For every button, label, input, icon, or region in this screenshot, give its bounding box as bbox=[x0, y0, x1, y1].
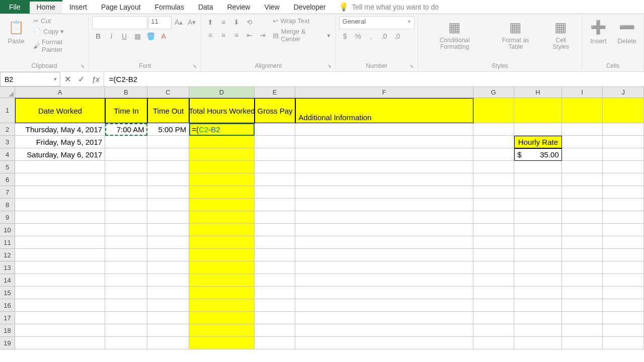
cell[interactable] bbox=[189, 211, 254, 224]
increase-decimal-icon[interactable]: .0 bbox=[378, 30, 390, 42]
bold-button[interactable]: B bbox=[92, 30, 104, 42]
cell[interactable] bbox=[15, 261, 105, 274]
cell[interactable] bbox=[473, 136, 515, 148]
cell[interactable] bbox=[15, 337, 105, 349]
cell[interactable] bbox=[189, 299, 254, 312]
format-as-table-button[interactable]: ▦Format as Table bbox=[491, 16, 541, 52]
cell[interactable] bbox=[473, 287, 515, 299]
cell[interactable] bbox=[15, 236, 105, 249]
cell[interactable] bbox=[514, 123, 562, 136]
cell[interactable] bbox=[514, 299, 562, 312]
cell[interactable] bbox=[255, 123, 296, 136]
cell[interactable] bbox=[603, 199, 644, 211]
cell[interactable] bbox=[295, 287, 473, 299]
cell[interactable] bbox=[603, 274, 644, 287]
cell[interactable] bbox=[562, 249, 603, 261]
align-right-icon[interactable]: ≡ bbox=[230, 29, 243, 41]
cell[interactable] bbox=[603, 148, 644, 161]
cell[interactable] bbox=[15, 199, 105, 211]
select-all-corner[interactable] bbox=[0, 87, 15, 98]
row-header-7[interactable]: 7 bbox=[0, 186, 15, 199]
cell[interactable] bbox=[473, 98, 515, 123]
cell[interactable] bbox=[603, 173, 644, 186]
cell[interactable] bbox=[562, 224, 603, 236]
tab-page-layout[interactable]: Page Layout bbox=[94, 0, 148, 14]
col-header-h[interactable]: H bbox=[514, 87, 562, 98]
decrease-font-icon[interactable]: A▾ bbox=[186, 16, 198, 28]
row-header-10[interactable]: 10 bbox=[0, 224, 15, 236]
font-color-button[interactable]: A bbox=[157, 30, 170, 42]
cell[interactable] bbox=[603, 123, 644, 136]
cell[interactable] bbox=[255, 224, 296, 236]
cell[interactable] bbox=[15, 249, 105, 261]
cell[interactable] bbox=[295, 123, 473, 136]
cell[interactable] bbox=[562, 211, 603, 224]
cell[interactable] bbox=[147, 312, 190, 324]
cell[interactable] bbox=[473, 312, 515, 324]
cell[interactable] bbox=[147, 324, 190, 337]
font-size-select[interactable]: 11 bbox=[148, 16, 172, 29]
cell[interactable] bbox=[473, 148, 515, 161]
cell[interactable] bbox=[255, 324, 296, 337]
cell[interactable] bbox=[147, 337, 190, 349]
wrap-text-button[interactable]: ↩Wrap Text bbox=[271, 16, 332, 26]
cell[interactable] bbox=[189, 161, 254, 173]
decrease-indent-icon[interactable]: ⇤ bbox=[244, 29, 256, 41]
cell[interactable] bbox=[562, 123, 603, 136]
cell[interactable] bbox=[603, 211, 644, 224]
cell[interactable] bbox=[562, 324, 603, 337]
cell[interactable] bbox=[562, 274, 603, 287]
cell[interactable] bbox=[189, 136, 254, 148]
tab-formulas[interactable]: Formulas bbox=[148, 0, 191, 14]
cell[interactable] bbox=[473, 324, 515, 337]
row-header-8[interactable]: 8 bbox=[0, 199, 15, 211]
cell[interactable] bbox=[147, 173, 190, 186]
cell-b2[interactable]: 7:00 AM bbox=[105, 123, 147, 136]
align-center-icon[interactable]: ≡ bbox=[217, 29, 229, 41]
tab-insert[interactable]: Insert bbox=[62, 0, 94, 14]
cell[interactable] bbox=[147, 199, 190, 211]
col-header-j[interactable]: J bbox=[603, 87, 644, 98]
cell[interactable] bbox=[147, 186, 190, 199]
cell[interactable] bbox=[255, 136, 296, 148]
cell[interactable] bbox=[15, 224, 105, 236]
tell-me-search[interactable]: 💡 Tell me what you want to do bbox=[333, 0, 445, 14]
cell[interactable] bbox=[295, 274, 473, 287]
insert-function-icon[interactable]: ƒx bbox=[92, 75, 100, 83]
cell[interactable] bbox=[189, 224, 254, 236]
cell[interactable] bbox=[514, 249, 562, 261]
cell[interactable] bbox=[255, 236, 296, 249]
cell[interactable] bbox=[295, 224, 473, 236]
header-date-worked[interactable]: Date Worked bbox=[15, 98, 105, 123]
header-time-in[interactable]: Time In bbox=[105, 98, 147, 123]
cell[interactable] bbox=[255, 186, 296, 199]
cell[interactable] bbox=[15, 173, 105, 186]
cell[interactable] bbox=[295, 199, 473, 211]
cell[interactable] bbox=[189, 337, 254, 349]
percent-icon[interactable]: % bbox=[352, 30, 364, 42]
cell[interactable] bbox=[562, 261, 603, 274]
cell[interactable] bbox=[147, 299, 190, 312]
cell[interactable] bbox=[15, 299, 105, 312]
row-header-16[interactable]: 16 bbox=[0, 299, 15, 312]
cell-a3[interactable]: Friday, May 5, 2017 bbox=[15, 136, 105, 148]
cell[interactable] bbox=[514, 261, 562, 274]
cell[interactable] bbox=[105, 249, 147, 261]
cell[interactable] bbox=[255, 199, 296, 211]
cell[interactable] bbox=[189, 173, 254, 186]
cell[interactable] bbox=[189, 199, 254, 211]
row-header-6[interactable]: 6 bbox=[0, 173, 15, 186]
cell[interactable] bbox=[295, 211, 473, 224]
cell[interactable] bbox=[255, 148, 296, 161]
cell[interactable] bbox=[255, 173, 296, 186]
spreadsheet-grid[interactable]: A B C D E F G H I J 1 2 3 4 5 6 7 8 9 10… bbox=[0, 87, 644, 349]
header-additional-info[interactable]: Additional Information bbox=[295, 98, 473, 123]
cell[interactable] bbox=[514, 98, 562, 123]
tab-home[interactable]: Home bbox=[30, 0, 62, 14]
align-bottom-icon[interactable]: ⬇ bbox=[230, 16, 243, 28]
cell[interactable] bbox=[105, 136, 147, 148]
cell[interactable] bbox=[295, 249, 473, 261]
cell[interactable] bbox=[189, 236, 254, 249]
cell[interactable] bbox=[105, 324, 147, 337]
cut-button[interactable]: ✂Cut bbox=[31, 16, 86, 26]
